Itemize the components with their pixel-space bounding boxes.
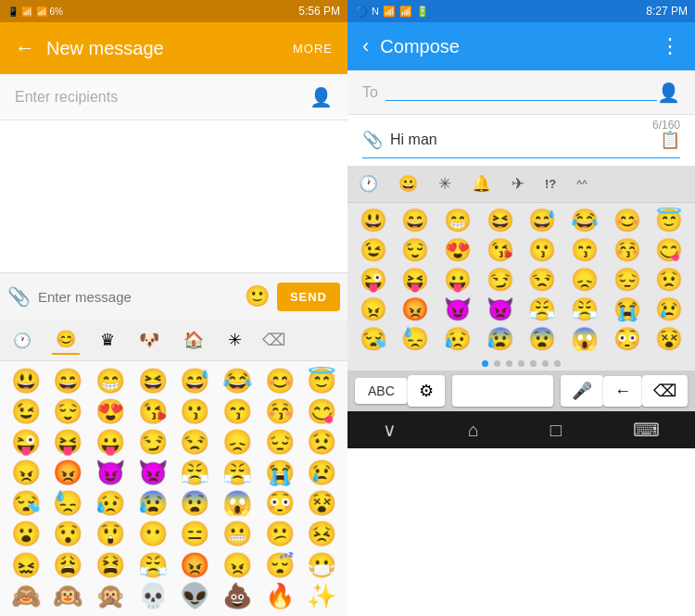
- emoji-cell-right[interactable]: 😉: [353, 236, 394, 264]
- emoji-cell[interactable]: 😕: [259, 520, 300, 548]
- emoji-cell[interactable]: 🔥: [259, 582, 300, 610]
- emoji-cell[interactable]: 😂: [217, 367, 258, 396]
- send-button[interactable]: SEND: [277, 283, 340, 311]
- ekb-tab-symbols[interactable]: !?: [541, 173, 560, 195]
- emoji-cell[interactable]: 😍: [90, 397, 131, 426]
- emoji-cell[interactable]: ✨: [301, 582, 342, 610]
- emoji-cell-right[interactable]: 😒: [523, 266, 563, 294]
- emoji-cell[interactable]: 😋: [301, 397, 342, 426]
- emoji-cell[interactable]: 😴: [259, 551, 300, 580]
- spacebar[interactable]: [452, 375, 553, 407]
- back-button-right[interactable]: ‹: [362, 34, 369, 58]
- message-text-input[interactable]: [390, 132, 652, 148]
- emoji-cell[interactable]: 😁: [90, 367, 131, 396]
- emoji-cell[interactable]: 😥: [90, 489, 131, 518]
- emoji-cell-right[interactable]: 😔: [607, 266, 648, 294]
- ekb-tab-smiley[interactable]: 😀: [395, 170, 422, 197]
- emoji-cell[interactable]: 🙉: [48, 582, 89, 610]
- emoji-cell[interactable]: 😇: [301, 367, 342, 396]
- emoji-cell-right[interactable]: 😋: [649, 236, 689, 264]
- emoji-cell[interactable]: 👿: [133, 459, 173, 487]
- emoji-tab-home[interactable]: 🏠: [180, 326, 208, 354]
- emoji-cell-right[interactable]: 😆: [480, 207, 521, 234]
- emoji-cell-right[interactable]: 😓: [396, 325, 436, 353]
- emoji-cell[interactable]: 😬: [217, 520, 258, 548]
- emoji-cell[interactable]: 😒: [175, 428, 216, 457]
- emoji-cell[interactable]: 😷: [301, 551, 342, 580]
- ekb-tab-plane[interactable]: ✈: [508, 170, 528, 197]
- more-button-right[interactable]: ⋮: [660, 34, 680, 58]
- emoji-cell[interactable]: 😱: [217, 489, 258, 518]
- emoji-cell[interactable]: 😉: [6, 397, 46, 426]
- emoji-cell-right[interactable]: 😜: [353, 266, 394, 294]
- ekb-tab-clock[interactable]: 🕐: [355, 170, 382, 197]
- attach-icon[interactable]: 📎: [7, 285, 31, 308]
- emoji-cell-right[interactable]: 😁: [437, 207, 478, 234]
- emoji-cell[interactable]: 😮: [6, 520, 46, 548]
- emoji-cell[interactable]: 😭: [259, 459, 300, 487]
- nav-recents-icon[interactable]: □: [550, 420, 562, 441]
- emoji-cell[interactable]: 😑: [175, 520, 216, 548]
- emoji-cell[interactable]: 😰: [133, 489, 173, 518]
- emoji-cell-right[interactable]: 😅: [523, 207, 563, 234]
- emoji-tab-crown[interactable]: ♛: [96, 326, 119, 354]
- emoji-cell[interactable]: 😠: [6, 459, 46, 487]
- emoji-cell[interactable]: 😤: [217, 459, 258, 487]
- emoji-cell[interactable]: 😗: [175, 397, 216, 426]
- emoji-cell-right[interactable]: 😠: [353, 295, 394, 323]
- emoji-cell-right[interactable]: 😍: [437, 236, 478, 264]
- emoji-cell-right[interactable]: 😳: [607, 325, 648, 353]
- emoji-cell-right[interactable]: 😢: [649, 295, 689, 323]
- recipient-bar[interactable]: Enter recipients 👤: [0, 74, 348, 120]
- emoji-cell[interactable]: 😔: [259, 428, 300, 457]
- emoji-cell[interactable]: 😝: [48, 428, 89, 457]
- emoji-cell[interactable]: 😪: [6, 489, 46, 518]
- emoji-cell-right[interactable]: 😌: [396, 236, 436, 264]
- to-input[interactable]: [385, 84, 657, 101]
- emoji-cell[interactable]: 😫: [90, 551, 131, 580]
- emoji-cell[interactable]: 😓: [48, 489, 89, 518]
- back-button-left[interactable]: ←: [15, 36, 35, 60]
- emoji-cell-right[interactable]: 😙: [564, 236, 605, 264]
- nav-keyboard-icon[interactable]: ⌨: [633, 419, 660, 441]
- emoji-cell[interactable]: 😨: [175, 489, 216, 518]
- emoji-cell-right[interactable]: 😪: [353, 325, 394, 353]
- emoji-cell-right[interactable]: 😤: [523, 295, 563, 323]
- nav-home-icon[interactable]: ⌂: [468, 420, 479, 441]
- emoji-cell[interactable]: 😃: [6, 367, 46, 396]
- emoji-cell[interactable]: 😆: [133, 367, 173, 396]
- emoji-cell-right[interactable]: 😥: [437, 325, 478, 353]
- ekb-tab-caps[interactable]: ^^: [573, 174, 590, 195]
- emoji-cell[interactable]: 😄: [48, 367, 89, 396]
- emoji-cell-right[interactable]: 😤: [564, 295, 605, 323]
- emoji-cell[interactable]: 😘: [133, 397, 173, 426]
- emoji-cell[interactable]: 😏: [133, 428, 173, 457]
- ekb-tab-flower[interactable]: ✳: [435, 170, 455, 197]
- emoji-cell-right[interactable]: 😊: [607, 207, 648, 234]
- emoji-cell-right[interactable]: 😰: [480, 325, 521, 353]
- emoji-cell-right[interactable]: 😄: [396, 207, 436, 234]
- emoji-tab-delete[interactable]: ⌫: [262, 330, 285, 350]
- emoji-cell-right[interactable]: 😞: [564, 266, 605, 294]
- back-key-button[interactable]: ←: [603, 376, 642, 407]
- emoji-cell-right[interactable]: 😚: [607, 236, 648, 264]
- emoji-cell[interactable]: 😡: [48, 459, 89, 487]
- emoji-cell-right[interactable]: 😗: [523, 236, 563, 264]
- emoji-cell[interactable]: 😟: [301, 428, 342, 457]
- emoji-cell[interactable]: 😵: [301, 489, 342, 518]
- emoji-cell-right[interactable]: 😂: [564, 207, 605, 234]
- emoji-cell[interactable]: 😩: [48, 551, 89, 580]
- emoji-cell[interactable]: 😖: [6, 551, 46, 580]
- mic-button[interactable]: 🎤: [561, 375, 603, 407]
- emoji-cell[interactable]: 😢: [301, 459, 342, 487]
- emoji-cell[interactable]: 👽: [175, 582, 216, 610]
- emoji-cell-right[interactable]: 😟: [649, 266, 689, 294]
- emoji-cell-right[interactable]: 😛: [437, 266, 478, 294]
- emoji-cell[interactable]: 😛: [90, 428, 131, 457]
- emoji-cell-right[interactable]: 😭: [607, 295, 648, 323]
- emoji-cell[interactable]: 😤: [175, 459, 216, 487]
- emoji-cell[interactable]: 💀: [133, 582, 173, 610]
- message-input-left[interactable]: [38, 289, 237, 305]
- emoji-cell[interactable]: 😳: [259, 489, 300, 518]
- emoji-cell-right[interactable]: 😘: [480, 236, 521, 264]
